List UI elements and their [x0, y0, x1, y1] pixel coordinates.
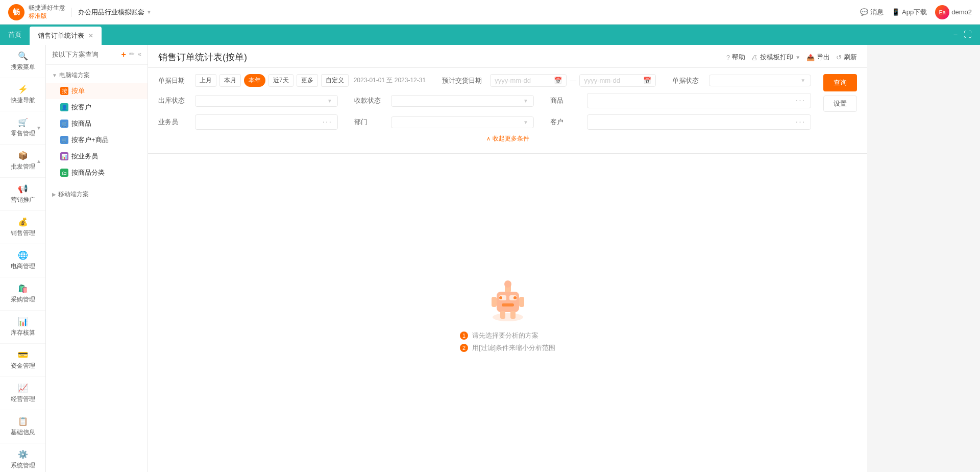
- collapse-bar[interactable]: ∧ 收起更多条件: [158, 130, 857, 147]
- status-chevron-icon: ▼: [800, 78, 805, 83]
- sidebar-item-business[interactable]: 📈 经营管理: [0, 377, 45, 410]
- svg-rect-10: [510, 311, 516, 319]
- goods-select[interactable]: ···: [587, 93, 811, 108]
- maximize-icon[interactable]: ⛶: [964, 30, 972, 39]
- scheme-item-by-order[interactable]: 按 按单: [46, 83, 148, 99]
- scheme-item-by-customer[interactable]: 👤 按客户: [46, 99, 148, 115]
- sidebar-item-quick-nav[interactable]: ⚡ 快捷导航: [0, 78, 45, 111]
- trend-icon: 📈: [18, 383, 28, 393]
- svg-rect-7: [492, 297, 497, 307]
- user-profile[interactable]: Ea demo2: [935, 5, 972, 19]
- help-btn[interactable]: ? 帮助: [726, 53, 745, 62]
- calendar-icon-from: 📅: [554, 77, 562, 84]
- date-btn-custom[interactable]: 自定义: [321, 74, 349, 87]
- date-btn-this-year[interactable]: 本年: [244, 74, 265, 87]
- message-btn[interactable]: 💬 消息: [860, 8, 884, 17]
- ship-status-select[interactable]: ▼: [195, 95, 338, 107]
- date-btn-more[interactable]: 更多: [297, 74, 318, 87]
- scheme-icon-order: 按: [60, 87, 68, 95]
- tab-bar-actions: － ⛶: [951, 30, 980, 40]
- expected-date-range: yyyy-mm-dd 📅 — yyyy-mm-dd 📅: [490, 74, 656, 87]
- expand-icon: ▼: [52, 73, 57, 78]
- status-select[interactable]: ▼: [709, 75, 811, 86]
- scheme-icon-salesman: 📊: [60, 152, 68, 160]
- refresh-btn[interactable]: ↺ 刷新: [836, 53, 857, 62]
- scheme-group-pc: ▼ 电脑端方案 按 按单 👤 按客户 🛒 按商品 🛒 按客户+商品: [46, 65, 148, 184]
- date-btn-last-month[interactable]: 上月: [195, 74, 216, 87]
- cart-icon: 🛒: [18, 117, 28, 127]
- scheme-item-by-salesman[interactable]: 📊 按业务员: [46, 148, 148, 164]
- edit-scheme-btn[interactable]: ✏: [129, 50, 135, 59]
- page-header: 销售订单统计表(按单) ? 帮助 🖨 按模板打印 ▼ 📤 导出: [148, 45, 867, 68]
- sidebar-item-retail[interactable]: 🛒 零售管理 ▼: [0, 111, 45, 145]
- date-btn-this-month[interactable]: 本月: [219, 74, 241, 87]
- svg-point-12: [513, 296, 517, 299]
- scheme-icon-category: 🗂: [60, 169, 68, 177]
- scheme-panel: 按以下方案查询 + ✏ « ▼ 电脑端方案 按 按单 👤: [46, 45, 148, 472]
- app-download-btn[interactable]: 📱 App下载: [892, 8, 927, 17]
- settings-button[interactable]: 设置: [823, 96, 857, 112]
- box-icon: 📦: [18, 151, 28, 160]
- content-body: 1 请先选择要分析的方案 2 用[过滤]条件来缩小分析范围: [148, 154, 867, 472]
- export-btn[interactable]: 📤 导出: [806, 53, 830, 62]
- filter-area: 单据日期 上月 本月 本年 近7天 更多 自定义 2023-01-01 至 20…: [148, 68, 867, 154]
- scheme-group-pc-title[interactable]: ▼ 电脑端方案: [46, 68, 148, 83]
- tab-home[interactable]: 首页: [0, 25, 30, 45]
- scheme-item-by-category[interactable]: 🗂 按商品分类: [46, 164, 148, 181]
- mobile-icon: 📱: [892, 8, 900, 16]
- sidebar-item-ecommerce[interactable]: 🌐 电商管理: [0, 244, 45, 277]
- add-scheme-btn[interactable]: +: [121, 50, 126, 59]
- empty-tip-2: 2 用[过滤]条件来缩小分析范围: [460, 343, 555, 352]
- filter-row-2: 出库状态 ▼ 收款状态 ▼ 商品: [158, 93, 811, 108]
- payment-status-select[interactable]: ▼: [391, 95, 534, 107]
- filter-main: 单据日期 上月 本月 本年 近7天 更多 自定义 2023-01-01 至 20…: [158, 74, 811, 130]
- expected-date-to[interactable]: yyyy-mm-dd 📅: [579, 74, 656, 87]
- collapse-arrow-retail: ▼: [36, 125, 41, 131]
- top-bar: 畅 畅捷通好生意 标准版 办公用品行业模拟账套 ▼ 💬 消息 📱 App下载 E…: [0, 0, 980, 25]
- search-button[interactable]: 查询: [823, 74, 857, 91]
- sidebar-item-search-menu[interactable]: 🔍 搜索菜单: [0, 45, 45, 78]
- sidebar-item-purchase[interactable]: 🛍️ 采购管理: [0, 277, 45, 311]
- expected-date-from[interactable]: yyyy-mm-dd 📅: [490, 74, 567, 87]
- page-title: 销售订单统计表(按单): [158, 51, 247, 63]
- panel-content: 按以下方案查询 + ✏ « ▼ 电脑端方案 按 按单 👤: [46, 45, 867, 472]
- main-area: 销售订单统计表(按单) ? 帮助 🖨 按模板打印 ▼ 📤 导出: [148, 45, 867, 472]
- scheme-item-by-customer-goods[interactable]: 🛒 按客户+商品: [46, 132, 148, 148]
- gear-icon: ⚙️: [18, 450, 28, 459]
- app-selector[interactable]: 办公用品行业模拟账套 ▼: [71, 8, 152, 17]
- scheme-group-mobile-title[interactable]: ▶ 移动端方案: [46, 187, 148, 202]
- empty-state: 1 请先选择要分析的方案 2 用[过滤]条件来缩小分析范围: [460, 274, 555, 352]
- salesman-select[interactable]: ···: [195, 114, 338, 130]
- empty-tip-1: 1 请先选择要分析的方案: [460, 331, 555, 340]
- tip-num-1: 1: [460, 332, 468, 340]
- department-select[interactable]: ▼: [391, 116, 534, 128]
- sidebar-item-marketing[interactable]: 📢 营销推广: [0, 178, 45, 211]
- tab-orders[interactable]: 销售订单统计表 ✕: [30, 27, 102, 45]
- help-icon: ?: [726, 54, 730, 61]
- scheme-item-by-goods[interactable]: 🛒 按商品: [46, 115, 148, 132]
- top-bar-left: 畅 畅捷通好生意 标准版 办公用品行业模拟账套 ▼: [8, 4, 152, 20]
- scheme-icon-customer: 👤: [60, 103, 68, 111]
- dept-chevron-icon: ▼: [523, 120, 528, 125]
- tab-bar: 首页 销售订单统计表 ✕ － ⛶: [0, 25, 980, 45]
- date-range-display: 2023-01-01 至 2023-12-31: [354, 76, 426, 85]
- sidebar-item-system[interactable]: ⚙️ 系统管理: [0, 443, 45, 472]
- customer-dots-icon: ···: [796, 117, 805, 127]
- tab-close-icon[interactable]: ✕: [88, 32, 93, 39]
- date-btn-last-7[interactable]: 近7天: [268, 74, 293, 87]
- template-print-btn[interactable]: 🖨 按模板打印 ▼: [751, 53, 800, 62]
- print-dropdown-icon: ▼: [795, 55, 800, 60]
- sidebar-item-sales[interactable]: 💰 销售管理: [0, 211, 45, 244]
- tip-num-2: 2: [460, 344, 468, 352]
- scheme-icon-customer-goods: 🛒: [60, 136, 68, 144]
- sidebar-item-inventory[interactable]: 📊 库存核算: [0, 311, 45, 344]
- date-btn-group: 上月 本月 本年 近7天 更多 自定义 2023-01-01 至 2023-12…: [195, 74, 426, 87]
- customer-select[interactable]: ···: [587, 114, 811, 130]
- collapse-panel-btn[interactable]: «: [138, 50, 141, 59]
- avatar: Ea: [935, 5, 949, 19]
- sidebar-item-basic-info[interactable]: 📋 基础信息: [0, 410, 45, 443]
- minimize-icon[interactable]: －: [951, 30, 960, 40]
- sidebar-item-wholesale[interactable]: 📦 批发管理 ▲: [0, 145, 45, 178]
- sidebar-item-finance[interactable]: 💳 资金管理: [0, 344, 45, 377]
- logo-icon: 畅: [8, 4, 24, 20]
